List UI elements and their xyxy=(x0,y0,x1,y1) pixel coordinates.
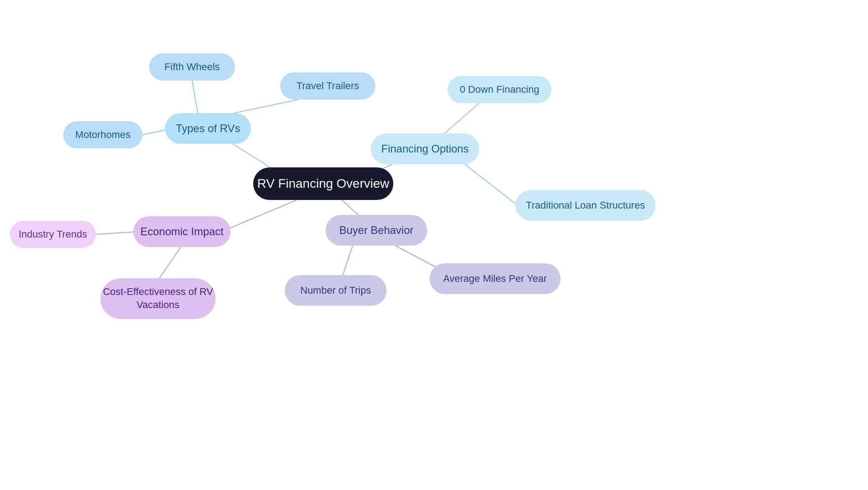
financing-options-node[interactable]: Financing Options xyxy=(371,133,479,164)
traditional-loan-node[interactable]: Traditional Loan Structures xyxy=(515,190,656,221)
svg-line-11 xyxy=(342,246,353,277)
svg-line-8 xyxy=(96,232,138,234)
svg-line-9 xyxy=(158,247,181,281)
travel-trailers-node[interactable]: Travel Trailers xyxy=(280,72,375,100)
industry-trends-node[interactable]: Industry Trends xyxy=(10,221,96,248)
types-rvs-node[interactable]: Types of RVs xyxy=(165,113,251,144)
economic-impact-node[interactable]: Economic Impact xyxy=(133,216,231,247)
motorhomes-node[interactable]: Motorhomes xyxy=(63,121,142,148)
number-of-trips-node[interactable]: Number of Trips xyxy=(285,275,387,306)
svg-line-7 xyxy=(222,200,297,232)
center-node: RV Financing Overview xyxy=(253,167,393,200)
buyer-behavior-node[interactable]: Buyer Behavior xyxy=(326,215,427,246)
average-miles-node[interactable]: Average Miles Per Year xyxy=(429,263,561,294)
cost-effectiveness-node[interactable]: Cost-Effectiveness of RV Vacations xyxy=(100,278,216,319)
fifth-wheels-node[interactable]: Fifth Wheels xyxy=(149,53,235,81)
zero-down-financing-node[interactable]: 0 Down Financing xyxy=(448,76,552,103)
